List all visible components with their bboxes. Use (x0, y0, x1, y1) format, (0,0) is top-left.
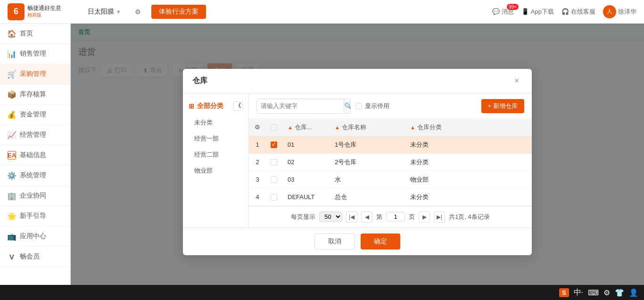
avatar: 人 (603, 5, 616, 18)
all-categories-header[interactable]: ⊞ 全部分类 《 (183, 98, 248, 115)
col-name-header: ▲ 仓库名称 (330, 119, 405, 136)
confirm-button[interactable]: 确定 (361, 233, 400, 250)
modal-header: 仓库 × (183, 69, 532, 94)
add-warehouse-button[interactable]: + 新增仓库 (481, 99, 524, 113)
app-center-icon: 📺 (8, 232, 16, 241)
search-icon-button[interactable]: 🔍 (344, 99, 351, 113)
next-page-button[interactable]: ▶ (419, 211, 430, 223)
table-header-row: ⚙ ▲ 仓库... (249, 119, 532, 136)
shirt-icon: 👕 (615, 288, 624, 297)
prev-page-button[interactable]: ◀ (361, 211, 372, 223)
table-row[interactable]: 3 03 水 物业部 (249, 171, 532, 188)
grid-icon: ⊞ (189, 102, 194, 110)
col-category-header: ▲ 仓库分类 (405, 119, 532, 136)
row-checkbox[interactable] (266, 188, 283, 206)
modal-close-button[interactable]: × (511, 75, 522, 87)
system-icon: ⚙️ (8, 171, 16, 180)
settings-icon2: ⚙ (603, 288, 610, 297)
store-selector[interactable]: 日太阳膜 ▼ (84, 6, 125, 18)
sidebar-label-enterprise: 企业协同 (20, 192, 46, 200)
sidebar-item-guide[interactable]: 🌟 新手引导 (0, 206, 70, 226)
category-item-operation2[interactable]: 经营二部 (183, 147, 248, 163)
row-category: 物业部 (405, 171, 532, 188)
collapse-button[interactable]: 《 (233, 101, 243, 111)
sidebar-label-guide: 新手引导 (20, 212, 46, 220)
sidebar-label-operation: 经营管理 (20, 131, 46, 139)
messages-button[interactable]: 💬 消息 99+ (492, 8, 514, 16)
enterprise-icon: 🏢 (8, 192, 16, 200)
row-checkbox[interactable]: ✓ (266, 136, 283, 153)
row-num: 2 (249, 153, 266, 171)
header-right: 💬 消息 99+ 📱 App下载 🎧 在线客服 人 徐泽华 (492, 5, 636, 18)
user-menu-button[interactable]: 人 徐泽华 (603, 5, 636, 18)
user-icon2: 👤 (629, 288, 638, 297)
row-category: 未分类 (405, 136, 532, 153)
sidebar-label-finance: 资金管理 (20, 110, 46, 119)
pagination: 每页显示 50 |◀ ◀ 第 页 ▶ ▶| 共1页, 4条记录 (249, 206, 532, 227)
sidebar-item-finance[interactable]: 💰 资金管理 (0, 105, 70, 125)
modal-overlay: 仓库 × ⊞ 全部分类 《 未分类 经营一部 经营二部 (71, 24, 644, 300)
sidebar-item-enterprise[interactable]: 🏢 企业协同 (0, 186, 70, 206)
per-page-label: 每页显示 (291, 213, 315, 221)
show-disabled-checkbox[interactable] (355, 103, 362, 109)
store-name: 日太阳膜 (88, 8, 114, 16)
row-category: 未分类 (405, 153, 532, 171)
sidebar-item-purchase[interactable]: 🛒 采购管理 (0, 64, 70, 84)
table-row[interactable]: 2 02 2号仓库 未分类 (249, 153, 532, 171)
sidebar-item-operation[interactable]: 📈 经营管理 (0, 125, 70, 145)
first-page-button[interactable]: |◀ (346, 211, 357, 223)
sidebar-item-sales[interactable]: 📊 销售管理 (0, 44, 70, 64)
member-icon: V (8, 252, 16, 261)
row-checkbox[interactable] (266, 153, 283, 171)
modal-body: ⊞ 全部分类 《 未分类 经营一部 经营二部 物业部 (183, 94, 532, 227)
sidebar-item-home[interactable]: 🏠 首页 (0, 24, 70, 44)
row-category: 未分类 (405, 188, 532, 206)
row-num: 4 (249, 188, 266, 206)
last-page-button[interactable]: ▶| (434, 211, 445, 223)
page-input[interactable] (386, 212, 405, 222)
sidebar-label-sales: 销售管理 (20, 50, 46, 58)
search-input[interactable] (257, 100, 344, 112)
row-code: 01 (283, 136, 330, 153)
row-name: 水 (330, 171, 405, 188)
row-code: DEFAULT (283, 188, 330, 206)
sidebar-item-app-center[interactable]: 📺 应用中心 (0, 226, 70, 247)
row-num: 3 (249, 171, 266, 188)
category-item-unclassified[interactable]: 未分类 (183, 115, 248, 131)
select-all-checkbox[interactable] (271, 124, 277, 131)
per-page-select[interactable]: 50 (319, 211, 342, 222)
total-label: 共1页, 4条记录 (449, 213, 490, 221)
table-row[interactable]: 1 ✓ 01 1号仓库 未分类 (249, 136, 532, 153)
modal-toolbar: 🔍 显示停用 + 新增仓库 (249, 94, 532, 119)
sidebar-item-member[interactable]: V 畅会员 (0, 247, 70, 267)
try-industry-button[interactable]: 体验行业方案 (151, 5, 206, 19)
table-row[interactable]: 4 DEFAULT 总仓 未分类 (249, 188, 532, 206)
main-content: 首页 进货 按以下 🖨 打印 ⬆ 导出 ↻ 刷新 查询 (71, 24, 644, 300)
message-icon: 💬 (492, 8, 500, 15)
sidebar-item-basic[interactable]: EA 基础信息 (0, 145, 70, 166)
bottom-bar: S 中· ⌨ ⚙ 👕 👤 (0, 285, 644, 300)
row-checkbox[interactable] (266, 171, 283, 188)
gear-button[interactable]: ⚙ (131, 4, 146, 19)
logo-tag: 精易版 (27, 12, 61, 18)
sidebar-item-system[interactable]: ⚙️ 系统管理 (0, 166, 70, 186)
show-disabled-label[interactable]: 显示停用 (355, 102, 389, 110)
modal-main: 🔍 显示停用 + 新增仓库 (249, 94, 532, 227)
page-label-pre: 第 (376, 213, 382, 221)
guide-icon: 🌟 (8, 212, 16, 220)
category-item-property[interactable]: 物业部 (183, 163, 248, 179)
modal-category-sidebar: ⊞ 全部分类 《 未分类 经营一部 经营二部 物业部 (183, 94, 249, 227)
app-download-button[interactable]: 📱 App下载 (521, 8, 554, 16)
operation-icon: 📈 (8, 131, 16, 139)
sidebar-item-inventory[interactable]: 📦 库存核算 (0, 84, 70, 105)
home-icon: 🏠 (8, 29, 16, 38)
messages-badge: 99+ (507, 4, 519, 10)
online-service-button[interactable]: 🎧 在线客服 (561, 8, 595, 16)
sidebar-label-app-center: 应用中心 (20, 232, 46, 241)
cancel-button[interactable]: 取消 (314, 233, 355, 250)
category-item-operation1[interactable]: 经营一部 (183, 131, 248, 147)
sort-icon2: ▲ (335, 125, 340, 130)
logo-icon: 6 (8, 3, 25, 20)
row-code: 03 (283, 171, 330, 188)
sidebar-label-home: 首页 (20, 29, 33, 38)
